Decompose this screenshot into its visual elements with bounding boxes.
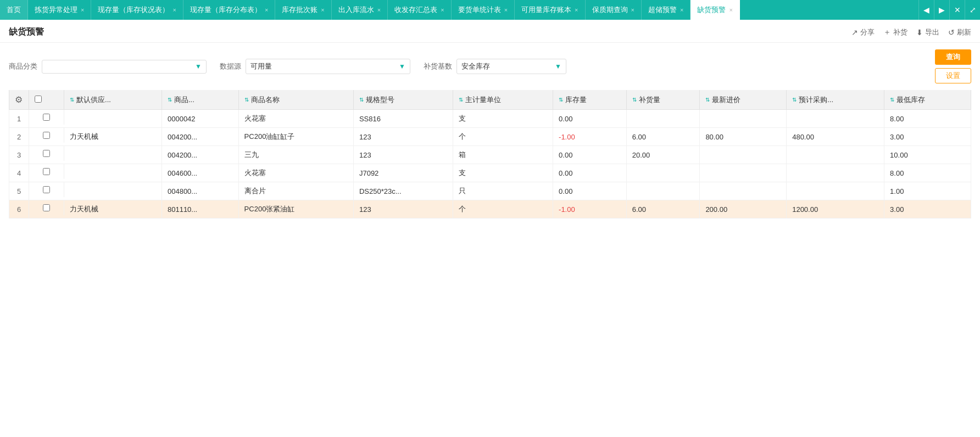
tab-close-overstock[interactable]: × <box>680 7 683 13</box>
tab-close-inventory-dist[interactable]: × <box>265 7 268 13</box>
row-min-stock: 10.00 <box>884 146 971 164</box>
sort-icon-price: ⇅ <box>705 97 710 103</box>
col-product-code[interactable]: ⇅ 商品... <box>162 90 238 110</box>
tab-fullscreen-button[interactable]: ⤢ <box>965 0 980 20</box>
row-latest-price: 80.00 <box>700 128 787 146</box>
category-select[interactable]: ▼ <box>42 60 207 74</box>
replenish-button[interactable]: ＋ 补货 <box>883 27 907 37</box>
row-unit: 支 <box>453 164 553 182</box>
tab-close-inventory-status[interactable]: × <box>172 7 176 13</box>
tab-available-ledger[interactable]: 可用量库存账本 × <box>515 0 585 20</box>
row-checkbox[interactable] <box>43 114 50 121</box>
table-row: 6力天机械801110...PC200张紧油缸123个-1.006.00200.… <box>9 200 971 218</box>
tab-batch-account[interactable]: 库存批次账 × <box>275 0 331 20</box>
tab-close-inout-flow[interactable]: × <box>377 7 381 13</box>
col-latest-price[interactable]: ⇅ 最新进价 <box>700 90 787 110</box>
tab-close-shortage[interactable]: × <box>729 7 732 13</box>
col-unit[interactable]: ⇅ 主计量单位 <box>453 90 553 110</box>
tab-receive-summary[interactable]: 收发存汇总表 × <box>388 0 451 20</box>
tab-next-button[interactable]: ▶ <box>934 0 949 20</box>
row-replenish-qty: 20.00 <box>626 146 700 164</box>
table-row: 4004600...火花塞J7092支0.008.00 <box>9 164 971 182</box>
row-product-name: 三九 <box>238 146 353 164</box>
row-num: 2 <box>9 128 29 146</box>
col-default-supplier[interactable]: ⇅ 默认供应... <box>64 90 162 110</box>
col-stock-qty[interactable]: ⇅ 库存量 <box>553 90 627 110</box>
table-row: 3004200...三九123箱0.0020.0010.00 <box>9 146 971 164</box>
tab-home[interactable]: 首页 <box>0 0 28 20</box>
tab-inventory-status[interactable]: 现存量（库存状况表） × <box>91 0 183 20</box>
filter-group-category: 商品分类 ▼ <box>9 60 207 74</box>
tab-demand-stats[interactable]: 要货单统计表 × <box>452 0 515 20</box>
export-button[interactable]: ⬇ 导出 <box>916 27 939 37</box>
select-all-checkbox[interactable] <box>35 96 42 103</box>
tab-close-batch-account[interactable]: × <box>321 7 324 13</box>
tab-nav-controls: ◀ ▶ ✕ ⤢ <box>918 0 980 20</box>
col-product-name[interactable]: ⇅ 商品名称 <box>238 90 353 110</box>
row-unit: 只 <box>453 182 553 200</box>
row-checkbox-cell[interactable] <box>29 164 64 179</box>
tab-close-abnormal[interactable]: × <box>81 7 84 13</box>
row-product-name: PC200张紧油缸 <box>238 200 353 218</box>
data-table: ⚙ ⇅ 默认供应... ⇅ 商品... <box>9 90 971 218</box>
row-checkbox[interactable] <box>43 150 50 157</box>
tab-overstock[interactable]: 超储预警 × <box>642 0 691 20</box>
share-button[interactable]: ↗ 分享 <box>851 27 875 37</box>
row-checkbox[interactable] <box>43 132 50 139</box>
col-min-stock[interactable]: ⇅ 最低库存 <box>884 90 971 110</box>
row-latest-price <box>700 110 787 128</box>
col-gear: ⚙ <box>9 90 29 110</box>
row-replenish-qty <box>626 182 700 200</box>
tab-inventory-dist[interactable]: 现存量（库存分布表） × <box>183 0 275 20</box>
tab-abnormal[interactable]: 拣货异常处理 × <box>28 0 91 20</box>
page-title: 缺货预警 <box>9 26 44 38</box>
tab-expiry-query[interactable]: 保质期查询 × <box>586 0 642 20</box>
datasource-value: 可用量 <box>250 61 272 71</box>
tab-close-expiry-query[interactable]: × <box>631 7 634 13</box>
col-replenish-qty[interactable]: ⇅ 补货量 <box>626 90 700 110</box>
row-product-code: 004200... <box>162 128 238 146</box>
sort-icon-replenish: ⇅ <box>632 97 637 103</box>
tab-shortage[interactable]: 缺货预警 × <box>691 0 739 20</box>
table-body: 10000042火花塞SS816支0.008.002力天机械004200...P… <box>9 110 971 218</box>
row-checkbox-cell[interactable] <box>29 200 64 215</box>
row-supplier <box>64 182 162 200</box>
row-num: 1 <box>9 110 29 128</box>
tab-close-demand-stats[interactable]: × <box>504 7 508 13</box>
tab-inout-flow[interactable]: 出入库流水 × <box>332 0 388 20</box>
replenish-basis-select[interactable]: 安全库存 ▼ <box>456 59 566 74</box>
tab-prev-button[interactable]: ◀ <box>918 0 934 20</box>
tab-close-receive-summary[interactable]: × <box>441 7 444 13</box>
row-supplier: 力天机械 <box>64 200 162 218</box>
row-supplier: 力天机械 <box>64 128 162 146</box>
row-unit: 箱 <box>453 146 553 164</box>
row-spec: 123 <box>353 146 453 164</box>
row-checkbox-cell[interactable] <box>29 146 64 161</box>
col-spec[interactable]: ⇅ 规格型号 <box>353 90 453 110</box>
gear-icon[interactable]: ⚙ <box>15 95 23 104</box>
row-spec: 123 <box>353 200 453 218</box>
sort-icon-code: ⇅ <box>168 97 172 103</box>
row-spec: SS816 <box>353 110 453 128</box>
datasource-select[interactable]: 可用量 ▼ <box>246 59 410 74</box>
row-latest-price <box>700 164 787 182</box>
row-checkbox[interactable] <box>43 168 50 175</box>
row-replenish-qty <box>626 164 700 182</box>
tab-close-available-ledger[interactable]: × <box>575 7 578 13</box>
refresh-button[interactable]: ↺ 刷新 <box>948 27 971 37</box>
row-product-name: 火花塞 <box>238 110 353 128</box>
row-latest-price <box>700 182 787 200</box>
settings-button[interactable]: 设置 <box>935 68 971 83</box>
row-checkbox-cell[interactable] <box>29 182 64 197</box>
row-unit: 个 <box>453 128 553 146</box>
tab-close-all-button[interactable]: ✕ <box>949 0 965 20</box>
row-product-code: 004200... <box>162 146 238 164</box>
row-checkbox-cell[interactable] <box>29 128 64 143</box>
row-checkbox[interactable] <box>43 204 50 211</box>
col-estimated-purchase[interactable]: ⇅ 预计采购... <box>787 90 884 110</box>
query-button[interactable]: 查询 <box>935 49 971 65</box>
row-checkbox-cell[interactable] <box>29 110 64 125</box>
row-checkbox[interactable] <box>43 186 50 193</box>
replenish-icon: ＋ <box>883 27 891 37</box>
row-replenish-qty: 6.00 <box>626 200 700 218</box>
